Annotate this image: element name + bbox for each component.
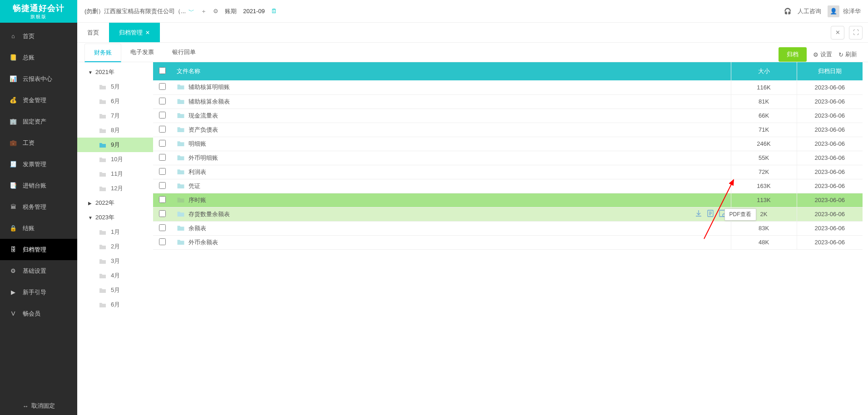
- tree-month-2023年-4月[interactable]: 4月: [77, 268, 153, 283]
- file-date: 2023-06-06: [797, 109, 863, 123]
- row-check[interactable]: [159, 98, 166, 104]
- nav-label: 首页: [23, 32, 35, 40]
- row-check[interactable]: [159, 140, 166, 147]
- close-all-button[interactable]: ✕: [831, 26, 844, 40]
- table-row[interactable]: 凭证163K2023-06-06: [153, 179, 863, 193]
- table-row[interactable]: 存货数量余额表PDF查看2K2023-06-06: [153, 207, 863, 221]
- pin-label: 取消固定: [31, 402, 55, 410]
- check-all-header[interactable]: [153, 62, 171, 80]
- table-row[interactable]: 序时账113K2023-06-06: [153, 193, 863, 207]
- tree-month-2021年-9月[interactable]: 9月: [77, 138, 153, 152]
- folder-icon: [177, 182, 185, 190]
- folder-icon: [177, 196, 185, 204]
- tree-month-2021年-12月[interactable]: 12月: [77, 181, 153, 196]
- download-icon[interactable]: [694, 209, 703, 219]
- row-check[interactable]: [159, 112, 166, 119]
- close-icon[interactable]: ✕: [145, 30, 150, 36]
- tree-month-2021年-5月[interactable]: 5月: [77, 79, 153, 94]
- row-check[interactable]: [159, 83, 166, 90]
- inner-tab-财务账[interactable]: 财务账: [84, 44, 121, 62]
- table-row[interactable]: 资产负债表71K2023-06-06: [153, 123, 863, 137]
- company-name: (勿删）江西服宝精品有限责任公司（...: [84, 7, 186, 15]
- nav-item-home[interactable]: ⌂首页: [0, 25, 77, 47]
- tree-month-2021年-7月[interactable]: 7月: [77, 109, 153, 123]
- settings-link[interactable]: ⚙ 设置: [813, 50, 832, 59]
- tree-month-2021年-10月[interactable]: 10月: [77, 152, 153, 167]
- table-row[interactable]: 辅助核算余额表81K2023-06-06: [153, 94, 863, 109]
- tree-month-2021年-11月[interactable]: 11月: [77, 167, 153, 181]
- row-check[interactable]: [159, 196, 166, 203]
- nav-item-tax[interactable]: 🏛税务管理: [0, 196, 77, 217]
- nav-item-invoice[interactable]: 🧾发票管理: [0, 153, 77, 175]
- file-name: 序时账: [188, 196, 206, 204]
- file-size: 116K: [731, 80, 797, 94]
- plus-icon[interactable]: ＋: [201, 7, 207, 15]
- row-check[interactable]: [159, 224, 166, 231]
- archive-button[interactable]: 归档: [779, 47, 807, 62]
- tree-year-2021年[interactable]: ▼2021年: [77, 65, 153, 79]
- pdf-icon[interactable]: [706, 209, 714, 219]
- tree-month-2023年-3月[interactable]: 3月: [77, 254, 153, 268]
- table-row[interactable]: 辅助核算明细账116K2023-06-06: [153, 80, 863, 94]
- table-row[interactable]: 利润表72K2023-06-06: [153, 165, 863, 179]
- tree-year-2022年[interactable]: ▶2022年: [77, 196, 153, 210]
- company-selector[interactable]: (勿删）江西服宝精品有限责任公司（... ﹀: [84, 7, 194, 15]
- inner-tab-银行回单[interactable]: 银行回单: [163, 44, 205, 62]
- nav-item-funds[interactable]: 💰资金管理: [0, 89, 77, 111]
- refresh-link[interactable]: ↻ 刷新: [838, 50, 857, 59]
- reports-icon: 📊: [9, 75, 17, 83]
- pdf-view-icon[interactable]: PDF查看: [718, 209, 726, 219]
- invoice-icon: 🧾: [9, 160, 17, 168]
- pin-toggle[interactable]: ↔ 取消固定: [0, 397, 77, 415]
- row-check[interactable]: [159, 154, 166, 161]
- nav-item-reports[interactable]: 📊云报表中心: [0, 68, 77, 89]
- tree-month-2023年-6月[interactable]: 6月: [77, 297, 153, 312]
- nav-label: 云报表中心: [23, 75, 52, 83]
- row-check[interactable]: [159, 126, 166, 133]
- table-row[interactable]: 明细账246K2023-06-06: [153, 137, 863, 151]
- file-size: 66K: [731, 109, 797, 123]
- nav-item-inout[interactable]: 📑进销台账: [0, 175, 77, 196]
- file-name: 辅助核算余额表: [188, 98, 230, 106]
- row-check[interactable]: [159, 238, 166, 245]
- folder-icon: [177, 238, 185, 247]
- consult-link[interactable]: 人工咨询: [798, 7, 821, 15]
- file-name: 明细账: [188, 140, 206, 148]
- table-row[interactable]: 外币余额表48K2023-06-06: [153, 235, 863, 249]
- table-row[interactable]: 现金流量表66K2023-06-06: [153, 109, 863, 123]
- nav-item-basic[interactable]: ⚙基础设置: [0, 260, 77, 282]
- tab-归档管理[interactable]: 归档管理✕: [109, 23, 160, 42]
- table-row[interactable]: 外币明细账55K2023-06-06: [153, 151, 863, 165]
- topbar: (勿删）江西服宝精品有限责任公司（... ﹀ ＋ ⚙ 账期 2021-09 🗓 …: [77, 0, 868, 23]
- tree-month-2021年-6月[interactable]: 6月: [77, 94, 153, 109]
- folder-icon: [177, 210, 185, 218]
- tree-month-2023年-5月[interactable]: 5月: [77, 283, 153, 297]
- inner-tab-电子发票[interactable]: 电子发票: [121, 44, 163, 62]
- gear-icon[interactable]: ⚙: [213, 8, 218, 15]
- user-menu[interactable]: 👤 徐泽华: [828, 5, 861, 17]
- tree-month-2023年-2月[interactable]: 2月: [77, 239, 153, 254]
- tabbar: 首页归档管理✕ ✕ ⛶: [77, 23, 868, 43]
- row-check[interactable]: [159, 168, 166, 175]
- check-all[interactable]: [159, 67, 166, 74]
- col-date: 归档日期: [797, 62, 863, 80]
- tree-year-2023年[interactable]: ▼2023年: [77, 210, 153, 225]
- nav-label: 归档管理: [23, 246, 46, 254]
- table-row[interactable]: 余额表83K2023-06-06: [153, 221, 863, 235]
- nav-item-checkout[interactable]: 🔒结账: [0, 217, 77, 239]
- calendar-icon[interactable]: 🗓: [271, 8, 277, 15]
- file-date: 2023-06-06: [797, 123, 863, 137]
- nav-item-ledger[interactable]: 📒总账: [0, 47, 77, 68]
- folder-icon: [177, 83, 185, 91]
- fullscreen-button[interactable]: ⛶: [849, 26, 863, 40]
- row-check[interactable]: [159, 210, 166, 217]
- nav-item-archive[interactable]: 🗄归档管理: [0, 239, 77, 260]
- tree-month-2023年-1月[interactable]: 1月: [77, 225, 153, 239]
- nav-item-vip[interactable]: V畅会员: [0, 303, 77, 324]
- row-check[interactable]: [159, 182, 166, 189]
- nav-item-assets[interactable]: 🏢固定资产: [0, 111, 77, 132]
- tree-month-2021年-8月[interactable]: 8月: [77, 123, 153, 138]
- tab-首页[interactable]: 首页: [77, 23, 109, 42]
- nav-item-guide[interactable]: ▶新手引导: [0, 282, 77, 303]
- nav-item-salary[interactable]: 💼工资: [0, 132, 77, 153]
